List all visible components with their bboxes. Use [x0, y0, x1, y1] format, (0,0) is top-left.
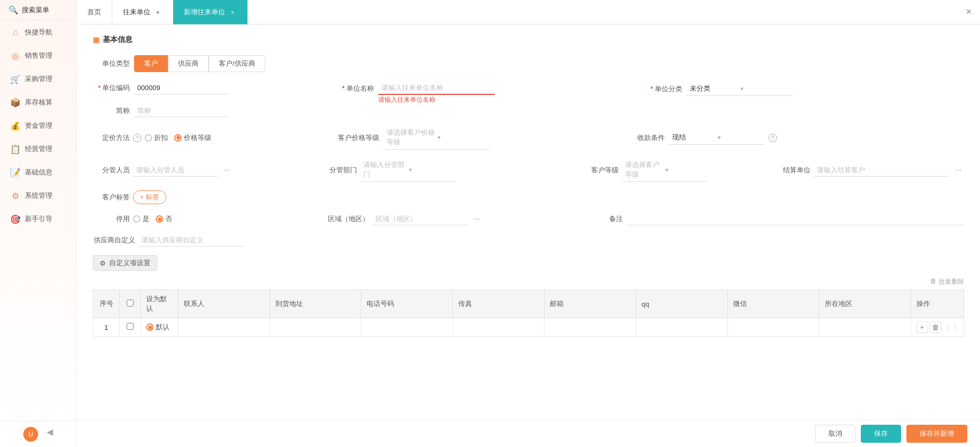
disabled-radio-group: 是 否 — [133, 214, 172, 224]
row-fax[interactable] — [453, 318, 545, 337]
notes-input[interactable] — [626, 213, 964, 225]
supervisor-input[interactable] — [133, 164, 218, 177]
row-contact[interactable] — [178, 318, 270, 337]
short-name-input[interactable] — [134, 104, 229, 117]
radio-no-circle — [156, 215, 163, 223]
batch-delete-label[interactable]: 批量删除 — [939, 277, 964, 286]
settlement-more-btn[interactable]: ··· — [953, 165, 964, 175]
department-select[interactable]: 请输入分管部门 ▾ — [360, 158, 456, 182]
payment-condition-select[interactable]: 现结 ▾ — [669, 130, 764, 145]
type-btn-customer[interactable]: 客户 — [134, 55, 168, 72]
basic-info-icon: 📝 — [10, 167, 21, 178]
window-close-button[interactable]: × — [957, 6, 980, 17]
row-address[interactable] — [270, 318, 361, 337]
sidebar-item-finance[interactable]: 💰 资金管理 — [0, 114, 76, 137]
wechat-input[interactable] — [733, 323, 814, 331]
type-btn-both[interactable]: 客户/供应商 — [209, 55, 265, 72]
payment-help-icon[interactable]: ? — [769, 134, 777, 142]
unit-category-select[interactable]: 未分类 ▾ — [687, 82, 792, 96]
region-more-btn[interactable]: ··· — [471, 214, 482, 224]
sidebar-item-label: 经营管理 — [25, 144, 52, 154]
region-input[interactable] — [372, 213, 468, 225]
tab-add-label: 新增往来单位 — [184, 7, 225, 17]
row-region[interactable] — [819, 318, 911, 337]
unit-code-input[interactable] — [134, 82, 229, 94]
form-row-unit-info: 单位编码 单位名称 请输入往来单位名称 单位分类 未分类 ▾ — [93, 82, 964, 96]
sidebar-item-sales[interactable]: ◎ 销售管理 — [0, 44, 76, 67]
add-tag-button[interactable]: + 标签 — [133, 190, 166, 204]
unit-name-input[interactable] — [378, 82, 495, 95]
sidebar-item-operations[interactable]: 📋 经营管理 — [0, 137, 76, 161]
row-drag-handle[interactable]: ⋮⋮ — [945, 323, 958, 331]
sidebar-bottom: U ◀ — [0, 421, 76, 447]
tab-home[interactable]: 首页 — [77, 0, 112, 24]
form-group-notes: 备注 — [607, 213, 964, 225]
settlement-unit-input[interactable] — [814, 164, 950, 177]
th-email: 邮箱 — [545, 290, 636, 318]
form-group-supervisor: 分管人员 ··· — [93, 164, 328, 177]
row-checkbox[interactable] — [127, 323, 133, 330]
search-menu-label: 搜索菜单 — [22, 5, 49, 15]
email-input[interactable] — [550, 323, 630, 331]
pricing-help-icon[interactable]: ? — [133, 134, 141, 142]
address-input[interactable] — [275, 323, 356, 331]
row-default: 默认 — [141, 318, 179, 337]
cancel-button[interactable]: 取消 — [815, 425, 856, 443]
search-menu[interactable]: 🔍 搜索菜单 — [0, 0, 76, 21]
customer-price-level-select[interactable]: 请选择客户价格等级 ▾ — [384, 126, 489, 150]
select-all-checkbox[interactable] — [127, 300, 133, 306]
disabled-yes[interactable]: 是 — [133, 214, 149, 224]
form-group-pricing-method: 定价方法 ? 折扣 价格等级 — [93, 133, 337, 143]
row-phone[interactable] — [361, 318, 453, 337]
th-num: 序号 — [93, 290, 120, 318]
type-btn-supplier[interactable]: 供应商 — [168, 55, 209, 72]
tab-list-close[interactable]: × — [154, 8, 162, 16]
tab-add-close[interactable]: × — [228, 8, 237, 16]
row-wechat[interactable] — [728, 318, 819, 337]
row-region-input[interactable] — [825, 323, 905, 331]
form-group-short-name: 简称 — [93, 104, 337, 117]
save-new-button[interactable]: 保存并新增 — [906, 425, 967, 443]
row-add-button[interactable]: + — [916, 321, 928, 333]
form-group-customer-level: 客户等级 请选择客户等级 ▾ — [590, 158, 781, 182]
contact-input[interactable] — [184, 323, 264, 331]
form-group-payment-condition: 收款条件 现结 ▾ ? — [633, 130, 895, 145]
sidebar-item-system[interactable]: ⚙ 系统管理 — [0, 184, 76, 207]
th-phone: 电话号码 — [361, 290, 453, 318]
unit-category-chevron: ▾ — [741, 85, 789, 92]
sidebar-avatar[interactable]: U — [23, 427, 38, 442]
sidebar-collapse-icon[interactable]: ◀ — [47, 427, 53, 442]
custom-settings-button[interactable]: ⚙ 自定义项设置 — [93, 255, 157, 271]
row-default-radio[interactable]: 默认 — [146, 322, 173, 332]
supervisor-more-btn[interactable]: ··· — [221, 165, 232, 175]
pricing-radio-price-level[interactable]: 价格等级 — [174, 133, 211, 143]
sidebar-item-basic-info[interactable]: 📝 基础信息 — [0, 161, 76, 184]
system-icon: ⚙ — [10, 190, 21, 201]
form-group-customer-tag: 客户标签 + 标签 — [93, 190, 964, 204]
sidebar-item-guide[interactable]: 🎯 新手引导 — [0, 207, 76, 231]
pricing-radio-discount[interactable]: 折扣 — [145, 133, 168, 143]
form-area: ▣ 基本信息 单位类型 客户 供应商 客户/供应商 单位编码 单位名称 — [77, 24, 980, 419]
qq-input[interactable] — [642, 323, 722, 331]
th-region: 所在地区 — [819, 290, 911, 318]
notes-label: 备注 — [607, 214, 623, 224]
phone-input[interactable] — [367, 323, 447, 331]
customer-level-select[interactable]: 请选择客户等级 ▾ — [622, 158, 707, 182]
row-qq[interactable] — [636, 318, 728, 337]
save-button[interactable]: 保存 — [861, 425, 901, 443]
sidebar-item-purchase[interactable]: 🛒 采购管理 — [0, 67, 76, 91]
customer-level-label: 客户等级 — [590, 165, 619, 175]
form-group-unit-type: 单位类型 客户 供应商 客户/供应商 — [93, 55, 964, 72]
sidebar-item-inventory[interactable]: 📦 库存核算 — [0, 91, 76, 114]
tab-list[interactable]: 往来单位 × — [112, 0, 173, 24]
disabled-no[interactable]: 否 — [156, 214, 172, 224]
row-delete-button[interactable]: 🗑 — [930, 321, 941, 333]
tab-add[interactable]: 新增往来单位 × — [173, 0, 248, 24]
fax-input[interactable] — [458, 323, 539, 331]
row-email[interactable] — [545, 318, 636, 337]
supplier-custom-input[interactable] — [138, 234, 244, 247]
sidebar-item-quick-nav[interactable]: ⌂ 快捷导航 — [0, 21, 76, 44]
contacts-table: 序号 设为默认 联系人 到货地址 电话号码 传真 邮箱 qq 微信 所在地区 操… — [93, 290, 964, 337]
sidebar-item-label: 销售管理 — [25, 51, 52, 60]
main-content: 首页 往来单位 × 新增往来单位 × × ▣ 基本信息 单位类型 客户 供应商 … — [77, 0, 980, 447]
